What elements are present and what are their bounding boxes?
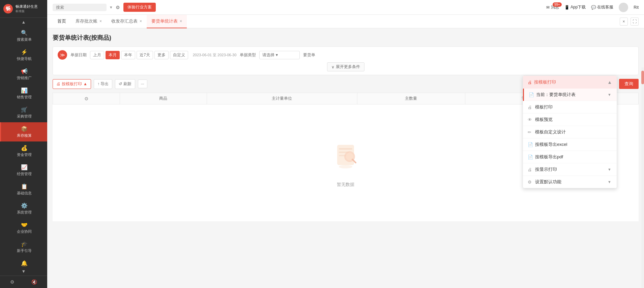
tab-receipt-summary-label: 收发存汇总表	[111, 18, 138, 24]
window-close-button[interactable]: ×	[620, 18, 628, 26]
sidebar-item-finance[interactable]: 💰 资金管理	[0, 141, 47, 161]
logo-name: 畅康通好生意	[16, 4, 38, 9]
date-prev-month-btn[interactable]: 上月	[90, 51, 104, 59]
template-preview-label: 模板预览	[535, 117, 553, 123]
search-dropdown-icon[interactable]: ▾	[110, 5, 112, 10]
svg-point-0	[339, 165, 352, 168]
default-func-item[interactable]: ⚙ 设置默认功能 ▼	[523, 176, 617, 188]
default-func-arrow: ▼	[608, 180, 611, 184]
sidebar-scroll-down[interactable]: ▼	[0, 267, 47, 276]
mute-icon[interactable]: 🔇	[31, 279, 37, 285]
date-custom-btn[interactable]: 自定义	[170, 51, 188, 59]
default-func-icon: ⚙	[528, 180, 532, 185]
template-excel-icon: 📄	[528, 142, 533, 147]
sidebar-item-newbie-guide[interactable]: 🎓 新手引导	[0, 237, 47, 257]
table-settings-icon[interactable]: ⚙	[84, 96, 89, 101]
window-expand-button[interactable]: ⛶	[631, 18, 639, 26]
tab-order-stats-close[interactable]: ×	[180, 19, 182, 24]
template-design-item[interactable]: ✏ 模板自定义设计	[523, 126, 617, 138]
date-last7days-btn[interactable]: 近7天	[137, 51, 153, 59]
trial-button[interactable]: 体验行业方案	[123, 3, 156, 12]
type-select[interactable]: 请选择 ▾	[259, 51, 300, 59]
sidebar-label-enterprise-collab: 企业协同	[17, 229, 32, 234]
sidebar-item-system-mgmt[interactable]: ⚙️ 系统管理	[0, 199, 47, 218]
tabs-actions: × ⛶	[620, 18, 639, 26]
sidebar-item-inventory[interactable]: 📦 库存核算	[0, 122, 47, 141]
tab-receipt-summary[interactable]: 收发存汇总表 ×	[107, 15, 147, 28]
date-button-group: 上月 本月 本年 近7天 更多 自定义	[90, 51, 188, 59]
print-button[interactable]: 🖨 按模板打印 ▲	[53, 79, 91, 89]
expand-more-label: 展开更多条件	[336, 64, 360, 70]
template-excel-item[interactable]: 📄 按模板导出excel	[523, 138, 617, 151]
display-print-item[interactable]: 🖨 按显示打印 ▼	[523, 163, 617, 176]
template-pdf-item[interactable]: 📄 按模板导出pdf	[523, 151, 617, 163]
sidebar-item-basic-info[interactable]: 📋 基础信息	[0, 180, 47, 199]
date-more-btn[interactable]: 更多	[154, 51, 169, 59]
table-col-qty: 主数量	[357, 93, 465, 104]
sidebar-item-marketing-promo[interactable]: 📢 营销推广	[0, 65, 47, 84]
tab-home-label: 首页	[57, 18, 66, 24]
sidebar-item-search[interactable]: 🔍 搜索菜单	[0, 26, 47, 45]
template-print-item[interactable]: 🖨 模板打印	[523, 101, 617, 114]
template-preview-icon: 👁	[528, 117, 532, 122]
sidebar-icon-system-mgmt: ⚙️	[21, 202, 28, 209]
template-preview-item[interactable]: 👁 模板预览	[523, 114, 617, 126]
refresh-icon: ↺	[119, 82, 122, 86]
type-select-arrow: ▾	[276, 53, 278, 57]
refresh-button[interactable]: ↺ 刷新	[115, 79, 135, 89]
app-download-button[interactable]: 📱 App下载	[564, 4, 586, 10]
current-template-arrow: ▼	[608, 93, 611, 97]
tab-receipt-summary-close[interactable]: ×	[140, 19, 142, 24]
template-design-label: 模板自定义设计	[535, 129, 566, 135]
right-scrollbar[interactable]	[641, 67, 644, 288]
sidebar-icon-basic-info: 📋	[21, 183, 28, 190]
template-excel-label: 按模板导出excel	[535, 141, 567, 148]
print-dropdown-close-icon[interactable]: ▲	[607, 79, 612, 85]
sidebar-item-shortcut[interactable]: ⚡ 快捷导航	[0, 45, 47, 65]
print-dropdown-current-item[interactable]: 📄 当前：要货单统计表 ▼	[523, 89, 617, 101]
print-arrow: ▲	[83, 82, 87, 86]
display-print-arrow: ▼	[608, 167, 611, 171]
sidebar-item-enterprise-collab[interactable]: 🤝 企业协同	[0, 218, 47, 237]
tab-order-stats[interactable]: 要货单统计表 ×	[147, 15, 187, 28]
tab-home[interactable]: 首页	[53, 15, 71, 28]
date-current-month-btn[interactable]: 本月	[106, 51, 120, 59]
filter-expand-button[interactable]: ≫	[58, 50, 67, 60]
app-logo: 畅 畅康通好生意 标准版	[0, 0, 47, 18]
export-button[interactable]: ↑ 导出	[94, 79, 112, 89]
online-service-button[interactable]: 💬 在线客服	[591, 4, 613, 10]
print-dropdown-title: 🖨 按模板打印	[528, 79, 556, 85]
sidebar-label-system-mgmt: 系统管理	[17, 210, 32, 215]
search-input[interactable]	[53, 4, 107, 11]
avatar[interactable]	[619, 3, 628, 12]
sidebar-scroll-up[interactable]: ▲	[0, 18, 47, 26]
svg-rect-2	[339, 148, 352, 150]
sidebar-icon-enterprise-collab: 🤝	[21, 222, 28, 228]
sidebar-item-app-center[interactable]: 🔔 应用中心	[0, 257, 47, 267]
query-button[interactable]: 查询	[619, 79, 639, 89]
date-filter-label: 单据日期	[70, 52, 87, 58]
sidebar-icon-operation: 📈	[21, 164, 28, 170]
sidebar-item-operation[interactable]: 📈 经营管理	[0, 161, 47, 180]
topbar-right: ✉ 消息 99+ 📱 App下载 💬 在线客服 Rit	[546, 3, 639, 12]
table-col-settings[interactable]: ⚙	[53, 93, 120, 104]
sidebar-item-sales-mgmt[interactable]: 📊 销售管理	[0, 84, 47, 103]
more-button[interactable]: ···	[138, 79, 147, 88]
expand-more-button[interactable]: ∨ 展开更多条件	[327, 62, 364, 71]
sidebar-item-purchase-mgmt[interactable]: 🛒 采购管理	[0, 103, 47, 122]
sidebar-footer: ⚙ 🔇	[0, 276, 47, 288]
message-button[interactable]: ✉ 消息 99+	[546, 4, 559, 10]
sidebar-label-basic-info: 基础信息	[17, 191, 32, 196]
filter-expand-icon: ≫	[60, 52, 65, 58]
topbar: ▾ ⚙ 体验行业方案 ✉ 消息 99+ 📱 App下载 💬 在线客服 Rit	[47, 0, 644, 15]
display-print-icon: 🖨	[528, 167, 532, 172]
template-print-label: 模板打印	[535, 104, 553, 110]
tab-batch-account[interactable]: 库存批次账 ×	[71, 15, 107, 28]
tab-batch-account-close[interactable]: ×	[99, 19, 102, 24]
settings-icon[interactable]: ⚙	[10, 279, 14, 285]
right-scrollbar-thumb[interactable]	[641, 71, 644, 84]
date-current-year-btn[interactable]: 本年	[121, 51, 135, 59]
topbar-gear-icon[interactable]: ⚙	[116, 5, 120, 10]
sidebar-icon-finance: 💰	[21, 145, 28, 151]
username-label[interactable]: Rit	[634, 5, 639, 10]
